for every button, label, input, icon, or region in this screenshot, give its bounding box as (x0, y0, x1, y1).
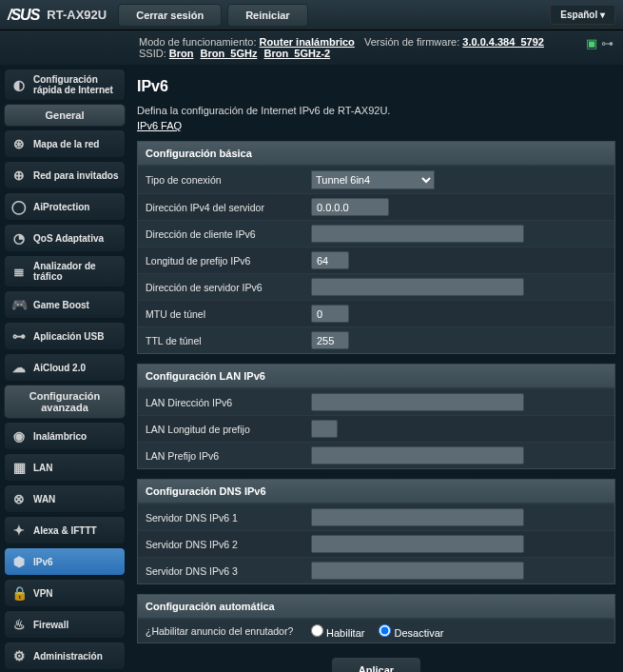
globe-icon: ◐ (10, 76, 28, 93)
aimesh-icon[interactable]: ▣ (586, 36, 597, 50)
shield-icon: ◯ (10, 198, 28, 215)
sidebar-group-advanced: Configuración avanzada (4, 385, 126, 419)
faq-link[interactable]: IPv6 FAQ (137, 120, 182, 131)
firmware-link[interactable]: 3.0.0.4.384_5792 (462, 36, 544, 48)
sidebar-quick-setup[interactable]: ◐ Configuración rápida de Internet (4, 69, 126, 101)
logout-button[interactable]: Cerrar sesión (118, 4, 222, 27)
brand-logo: /SUS (8, 7, 39, 24)
sidebar-item-traffic[interactable]: ≣Analizador de tráfico (4, 255, 126, 287)
lan-ipv6-prefix-input[interactable] (311, 446, 524, 464)
gauge-icon: ◔ (10, 229, 28, 247)
gear-icon: ⚙ (10, 647, 28, 664)
ipv6-icon: ⬢ (10, 553, 28, 570)
connection-type-select[interactable]: Tunnel 6in4 (311, 170, 435, 189)
panel-dns: Configuración DNS IPv6 Servidor DNS IPv6… (137, 479, 615, 584)
sidebar-item-vpn[interactable]: 🔒VPN (4, 579, 126, 607)
sidebar-item-alexa[interactable]: ✦Alexa & IFTTT (4, 516, 126, 544)
sidebar-item-firewall[interactable]: ♨Firewall (4, 610, 126, 639)
dns3-input[interactable] (311, 562, 524, 580)
prefix-length-input[interactable] (311, 251, 349, 269)
sidebar-item-ipv6[interactable]: ⬢IPv6 (4, 547, 126, 576)
sidebar-item-qos[interactable]: ◔QoS Adaptativa (4, 224, 126, 252)
wifi-icon: ◉ (10, 427, 28, 445)
sidebar-item-network-map[interactable]: ⊛Mapa de la red (4, 129, 126, 158)
status-bar: Modo de funcionamiento: Router inalámbri… (0, 30, 623, 65)
sidebar-item-usb[interactable]: ⊶Aplicación USB (4, 322, 126, 350)
ra-enable-radio[interactable]: Habilitar (311, 627, 364, 639)
tunnel-mtu-input[interactable] (311, 305, 349, 323)
dns2-input[interactable] (311, 535, 524, 553)
panel-basic-title: Configuración básica (138, 142, 614, 166)
ssid-link-3[interactable]: Bron_5GHz-2 (264, 48, 331, 59)
status-icons: ▣ ⊶ (586, 36, 613, 50)
alexa-icon: ✦ (10, 522, 28, 539)
dns1-input[interactable] (311, 508, 524, 526)
content-panel: IPv6 Defina la configuración de Internet… (129, 65, 623, 672)
sidebar-item-guest[interactable]: ⊕Red para invitados (4, 161, 126, 189)
page-title: IPv6 (137, 78, 615, 95)
sidebar-item-admin[interactable]: ⚙Administración (4, 642, 126, 670)
fire-icon: ♨ (10, 616, 28, 633)
gamepad-icon: 🎮 (10, 296, 28, 313)
sidebar-item-aiprotection[interactable]: ◯AiProtection (4, 192, 126, 221)
panel-auto: Configuración automática ¿Habilitar anun… (137, 594, 615, 643)
chart-icon: ≣ (10, 263, 28, 280)
model-name: RT-AX92U (47, 8, 107, 22)
sidebar-item-gameboost[interactable]: 🎮Game Boost (4, 290, 126, 319)
guest-icon: ⊕ (10, 167, 28, 184)
usb-icon[interactable]: ⊶ (601, 36, 613, 50)
ssid-link-2[interactable]: Bron_5GHz (201, 48, 258, 59)
panel-lan: Configuración LAN IPv6 LAN Dirección IPv… (137, 364, 615, 469)
map-icon: ⊛ (10, 135, 28, 152)
sidebar-item-wan[interactable]: ⊗WAN (4, 484, 126, 513)
sidebar-item-lan[interactable]: ▦LAN (4, 453, 126, 482)
tunnel-ttl-input[interactable] (311, 331, 349, 349)
sidebar-item-wireless[interactable]: ◉Inalámbrico (4, 422, 126, 450)
server-ipv6-input[interactable] (311, 278, 524, 296)
usb-icon: ⊶ (10, 327, 28, 345)
apply-button[interactable]: Aplicar (331, 657, 421, 672)
ssid-link-1[interactable]: Bron (169, 48, 194, 59)
client-ipv6-input[interactable] (311, 225, 524, 243)
page-description: Defina la configuración de Internet IPv6… (137, 105, 615, 116)
reboot-button[interactable]: Reiniciar (227, 4, 307, 27)
cloud-icon: ☁ (10, 359, 28, 376)
wan-icon: ⊗ (10, 490, 28, 507)
top-bar: /SUS RT-AX92U Cerrar sesión Reiniciar Es… (0, 0, 623, 30)
vpn-icon: 🔒 (10, 584, 28, 602)
sidebar: ◐ Configuración rápida de Internet Gener… (0, 65, 129, 672)
lan-icon: ▦ (10, 459, 28, 476)
sidebar-group-general: General (4, 104, 126, 127)
language-dropdown[interactable]: Español (550, 5, 615, 25)
ra-disable-radio[interactable]: Desactivar (379, 627, 443, 639)
lan-ipv6-addr-input[interactable] (311, 393, 524, 411)
panel-basic: Configuración básica Tipo de conexión Tu… (137, 141, 615, 354)
op-mode-link[interactable]: Router inalámbrico (260, 36, 355, 48)
sidebar-item-aicloud[interactable]: ☁AiCloud 2.0 (4, 353, 126, 382)
lan-prefix-length-input[interactable] (311, 420, 338, 438)
server-ipv4-input[interactable] (311, 198, 389, 216)
